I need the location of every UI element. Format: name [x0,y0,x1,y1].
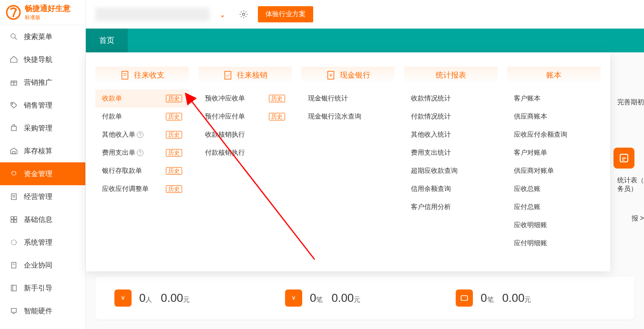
history-tag[interactable]: 历史 [166,113,182,120]
sidebar-item-label: 搜索菜单 [24,32,52,41]
money-bag-icon [10,169,18,178]
help-icon[interactable]: ? [137,150,143,156]
mega-item-ar-ap-balance[interactable]: 应收应付余额查询 [507,126,601,144]
svg-rect-15 [14,220,17,222]
mega-item-prereceive-offset[interactable]: 预收冲应收单 历史 [198,90,292,108]
sidebar-item-hardware[interactable]: 智能硬件 [0,299,85,322]
help-icon[interactable]: ? [137,131,143,138]
sidebar-item-guide[interactable]: 新手引导 [0,277,85,299]
svg-text:¥: ¥ [292,295,296,301]
svg-rect-17 [12,262,16,268]
mega-item-overdue-ar[interactable]: 超期应收款查询 [404,162,498,180]
mega-item-other-income-stats[interactable]: 其他收入统计 [404,126,498,144]
mega-item-ar-ap-adjust[interactable]: 应收应付调整单 历史 [95,180,189,198]
history-tag[interactable]: 历史 [166,149,182,157]
device-icon [10,307,18,315]
history-tag[interactable]: 历史 [166,185,182,193]
mega-item-ap-general[interactable]: 应付总账 [507,198,601,216]
mega-item-payment-stats[interactable]: 付款情况统计 [404,108,498,126]
mega-item-payment[interactable]: 付款单 历史 [95,108,189,126]
right-text1: 完善期初 [617,95,644,110]
sidebar-item-basic[interactable]: 基础信息 [0,208,85,231]
mega-item-receipt-writeoff[interactable]: 收款核销执行 [198,126,292,144]
logo-title: 畅捷通好生意 [25,4,71,14]
sidebar-item-inventory[interactable]: 库存核算 [0,140,85,162]
report-icon[interactable] [613,148,634,169]
history-tag[interactable]: 历史 [166,167,182,175]
sidebar-item-shortcut[interactable]: 快捷导航 [0,48,85,71]
logo-sub: 标准版 [25,14,71,21]
settings-icon[interactable] [239,10,248,19]
clipboard-icon [10,192,18,201]
sidebar-item-label: 销售管理 [24,101,52,110]
sidebar-item-label: 资金管理 [24,169,52,179]
document-icon [10,261,18,269]
warehouse-icon [10,147,18,155]
mega-item-ar-detail[interactable]: 应收明细账 [507,216,601,234]
right-panel-snippet: 完善期初 [613,95,644,110]
mega-item-other-income[interactable]: 其他收入单? 历史 [95,126,189,144]
svg-point-16 [11,240,17,245]
home-icon [10,55,18,64]
tag-icon [10,101,18,110]
mega-item-expense-stats[interactable]: 费用支出统计 [404,144,498,162]
mega-item-prepay-offset[interactable]: 预付冲应付单 历史 [198,108,292,126]
svg-rect-13 [14,217,17,219]
tabbar: 首页 [86,29,644,52]
mega-item-customer-credit[interactable]: 客户信用分析 [404,198,498,216]
sidebar-item-label: 经营管理 [24,192,52,201]
sidebar-item-finance[interactable]: 资金管理 [0,162,85,185]
logo-icon [6,5,21,20]
grid-icon [10,215,18,224]
svg-line-2 [15,38,17,40]
mega-item-payment-writeoff[interactable]: 付款核销执行 [198,144,292,162]
mega-item-supplier-ledger[interactable]: 供应商账本 [507,108,601,126]
mega-item-ap-detail[interactable]: 应付明细账 [507,234,601,252]
experience-plan-button[interactable]: 体验行业方案 [258,6,313,22]
sidebar-item-purchase[interactable]: 采购管理 [0,117,85,140]
svg-rect-14 [11,220,13,222]
mega-item-receipt[interactable]: 收款单 历史 [95,90,189,108]
money-icon: ¥ [285,289,302,307]
tab-home[interactable]: 首页 [86,29,128,52]
mega-item-supplier-statement[interactable]: 供应商对账单 [507,162,601,180]
svg-rect-34 [461,296,467,300]
mega-item-cashbank-flow[interactable]: 现金银行流水查询 [301,108,395,126]
sidebar-item-enterprise[interactable]: 企业协同 [0,254,85,277]
logo[interactable]: 畅捷通好生意 标准版 [0,0,85,25]
history-tag[interactable]: 历史 [166,95,182,102]
sidebar-item-marketing[interactable]: 营销推广 [0,71,85,94]
mega-item-expense[interactable]: 费用支出单? 历史 [95,144,189,162]
mega-col-cashbank: ¥ 现金银行 现金银行统计 现金银行流水查询 [301,67,395,252]
mega-header-ledger: 账本 [507,67,601,84]
mega-col-writeoff: 往来核销 预收冲应收单 历史 预付冲应付单 历史 收款核销执行 付款核销执行 [198,67,292,252]
chevron-down-icon[interactable]: ⌄ [215,10,229,19]
mega-header-writeoff: 往来核销 [198,67,292,84]
search-icon [10,32,18,41]
sidebar-item-search[interactable]: 搜索菜单 [0,25,85,48]
history-tag[interactable]: 历史 [269,113,285,120]
mega-item-customer-ledger[interactable]: 客户账本 [507,90,601,108]
history-tag[interactable]: 历史 [166,131,182,139]
bank-icon: ¥ [326,70,336,80]
sidebar-item-operation[interactable]: 经营管理 [0,185,85,208]
mega-item-receipt-stats[interactable]: 收款情况统计 [404,90,498,108]
mega-item-credit-balance[interactable]: 信用余额查询 [404,180,498,198]
svg-rect-7 [11,126,17,130]
check-doc-icon [223,70,233,80]
sidebar-item-sales[interactable]: 销售管理 [0,94,85,117]
sidebar-item-label: 企业协同 [24,261,52,270]
mega-item-bank-transfer[interactable]: 银行存取款单 历史 [95,162,189,180]
mega-header-transactions: 往来收支 [95,67,189,84]
sidebar-item-label: 基础信息 [24,215,52,224]
mega-item-customer-statement[interactable]: 客户对账单 [507,144,601,162]
wallet-icon [456,289,473,307]
stat-group-3: 0笔 0.00元 [456,289,531,307]
svg-point-6 [12,103,13,104]
sidebar-item-system[interactable]: 系统管理 [0,231,85,254]
org-selector-blurred [95,8,210,21]
history-tag[interactable]: 历史 [269,95,285,102]
mega-item-ar-general[interactable]: 应收总账 [507,180,601,198]
mega-item-cashbank-stats[interactable]: 现金银行统计 [301,90,395,108]
svg-rect-19 [11,285,17,291]
